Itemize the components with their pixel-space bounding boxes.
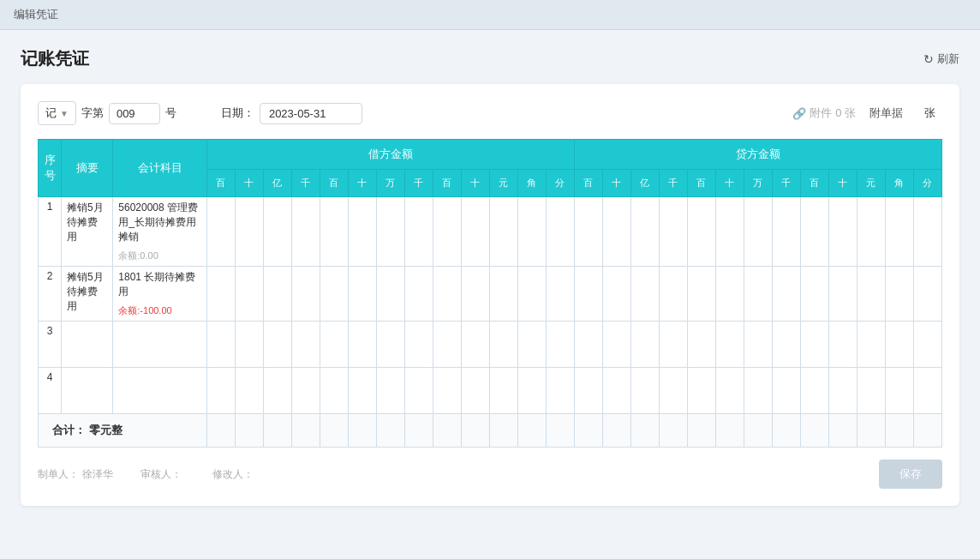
row-2-debit-4[interactable] — [320, 322, 348, 368]
voucher-count[interactable] — [917, 107, 942, 120]
row-2-credit-7[interactable] — [772, 322, 800, 368]
row-3-debit-8[interactable] — [433, 368, 461, 414]
row-0-debit-6[interactable] — [376, 197, 404, 267]
row-1-credit-10[interactable] — [857, 267, 885, 322]
type-dropdown[interactable]: 记 ▼ — [38, 101, 76, 125]
row-2-debit-9[interactable] — [461, 322, 489, 368]
row-1-credit-8[interactable] — [800, 267, 828, 322]
row-2-credit-0[interactable] — [574, 322, 602, 368]
row-1-debit-0[interactable] — [206, 267, 235, 322]
row-3-credit-6[interactable] — [744, 368, 772, 414]
row-1-debit-11[interactable] — [517, 267, 546, 322]
row-0-credit-10[interactable] — [857, 197, 885, 267]
row-3-summary[interactable] — [62, 368, 113, 414]
row-1-credit-12[interactable] — [913, 267, 941, 322]
row-3-debit-10[interactable] — [489, 368, 517, 414]
row-0-debit-8[interactable] — [433, 197, 461, 267]
row-2-debit-12[interactable] — [546, 322, 574, 368]
row-0-debit-0[interactable] — [206, 197, 235, 267]
row-2-debit-8[interactable] — [433, 322, 461, 368]
row-3-debit-1[interactable] — [235, 368, 263, 414]
save-button[interactable]: 保存 — [879, 460, 942, 489]
row-3-debit-0[interactable] — [206, 368, 235, 414]
row-1-credit-5[interactable] — [715, 267, 744, 322]
row-0-debit-2[interactable] — [263, 197, 291, 267]
row-1-credit-1[interactable] — [602, 267, 630, 322]
row-3-credit-7[interactable] — [772, 368, 800, 414]
row-3-debit-9[interactable] — [461, 368, 489, 414]
row-3-debit-12[interactable] — [546, 368, 574, 414]
row-0-credit-5[interactable] — [715, 197, 744, 267]
row-0-debit-1[interactable] — [235, 197, 263, 267]
row-0-credit-2[interactable] — [630, 197, 659, 267]
row-2-debit-10[interactable] — [489, 322, 517, 368]
row-0-debit-9[interactable] — [461, 197, 489, 267]
row-3-credit-2[interactable] — [630, 368, 659, 414]
row-3-credit-4[interactable] — [687, 368, 715, 414]
row-0-credit-7[interactable] — [772, 197, 800, 267]
row-2-credit-8[interactable] — [800, 322, 828, 368]
row-2-credit-1[interactable] — [602, 322, 630, 368]
row-0-summary[interactable]: 摊销5月待摊费用 — [62, 197, 113, 267]
row-0-debit-4[interactable] — [320, 197, 348, 267]
row-3-credit-12[interactable] — [913, 368, 941, 414]
row-2-credit-4[interactable] — [687, 322, 715, 368]
refresh-button[interactable]: ↻ 刷新 — [923, 51, 959, 67]
row-1-credit-7[interactable] — [772, 267, 800, 322]
row-3-credit-8[interactable] — [800, 368, 828, 414]
row-0-debit-12[interactable] — [546, 197, 574, 267]
row-0-credit-12[interactable] — [913, 197, 941, 267]
row-2-debit-6[interactable] — [376, 322, 404, 368]
row-3-credit-3[interactable] — [659, 368, 687, 414]
row-0-credit-11[interactable] — [885, 197, 913, 267]
row-1-debit-5[interactable] — [348, 267, 376, 322]
row-3-debit-3[interactable] — [291, 368, 320, 414]
row-0-credit-9[interactable] — [828, 197, 857, 267]
row-0-credit-3[interactable] — [659, 197, 687, 267]
row-2-credit-9[interactable] — [828, 322, 857, 368]
row-0-debit-10[interactable] — [489, 197, 517, 267]
row-3-debit-4[interactable] — [320, 368, 348, 414]
row-3-debit-7[interactable] — [404, 368, 433, 414]
row-0-credit-4[interactable] — [687, 197, 715, 267]
row-0-account[interactable]: 56020008 管理费用_长期待摊费用摊销余额:0.00 — [113, 197, 207, 267]
row-1-credit-11[interactable] — [885, 267, 913, 322]
row-2-debit-5[interactable] — [348, 322, 376, 368]
row-0-debit-11[interactable] — [517, 197, 546, 267]
row-2-debit-3[interactable] — [291, 322, 320, 368]
row-1-credit-6[interactable] — [744, 267, 772, 322]
row-1-debit-6[interactable] — [376, 267, 404, 322]
row-0-debit-5[interactable] — [348, 197, 376, 267]
row-1-debit-8[interactable] — [433, 267, 461, 322]
row-1-summary[interactable]: 摊销5月待摊费用 — [62, 267, 113, 322]
row-1-debit-9[interactable] — [461, 267, 489, 322]
row-2-credit-12[interactable] — [913, 322, 941, 368]
number-input[interactable] — [109, 103, 160, 124]
voucher-label[interactable]: 附单据 — [869, 105, 903, 121]
row-2-credit-3[interactable] — [659, 322, 687, 368]
row-3-credit-11[interactable] — [885, 368, 913, 414]
row-2-credit-11[interactable] — [885, 322, 913, 368]
row-1-debit-4[interactable] — [320, 267, 348, 322]
row-3-credit-5[interactable] — [715, 368, 744, 414]
row-1-debit-1[interactable] — [235, 267, 263, 322]
row-0-credit-0[interactable] — [574, 197, 602, 267]
row-3-debit-2[interactable] — [263, 368, 291, 414]
row-1-debit-12[interactable] — [546, 267, 574, 322]
row-1-credit-0[interactable] — [574, 267, 602, 322]
row-1-credit-4[interactable] — [687, 267, 715, 322]
row-1-credit-3[interactable] — [659, 267, 687, 322]
row-2-credit-10[interactable] — [857, 322, 885, 368]
row-0-debit-3[interactable] — [291, 197, 320, 267]
row-2-debit-1[interactable] — [235, 322, 263, 368]
row-2-credit-6[interactable] — [744, 322, 772, 368]
row-3-debit-6[interactable] — [376, 368, 404, 414]
row-2-debit-11[interactable] — [517, 322, 546, 368]
row-0-credit-8[interactable] — [800, 197, 828, 267]
row-2-credit-5[interactable] — [715, 322, 744, 368]
row-0-credit-6[interactable] — [744, 197, 772, 267]
row-1-credit-9[interactable] — [828, 267, 857, 322]
row-3-account[interactable] — [113, 368, 207, 414]
row-2-debit-7[interactable] — [404, 322, 433, 368]
date-input[interactable] — [260, 103, 362, 124]
